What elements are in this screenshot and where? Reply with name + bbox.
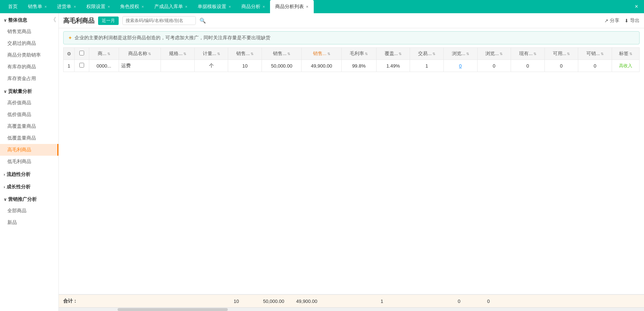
table-row: 1 0000... 运费 个 10 50,000.00 49,900.00 99… xyxy=(64,60,640,72)
column-gross-margin[interactable]: 毛利率⇅ xyxy=(341,48,376,60)
scrollbar-thumb[interactable] xyxy=(118,308,228,311)
cell-unit: 个 xyxy=(194,60,228,72)
column-trade[interactable]: 交易...⇅ xyxy=(410,48,444,60)
column-tag[interactable]: 标签⇅ xyxy=(612,48,639,60)
column-browse1[interactable]: 浏览...⇅ xyxy=(443,48,477,60)
row-checkbox[interactable] xyxy=(79,63,84,68)
horizontal-scrollbar[interactable] xyxy=(59,307,644,311)
footer-sales-amount: 50,000.00 xyxy=(263,299,296,304)
footer-sales-count: 10 xyxy=(234,299,263,304)
period-filter-button[interactable]: 近一月 xyxy=(98,17,119,25)
export-icon: ⬇ xyxy=(625,18,629,23)
nav-role-auth[interactable]: 角色授权 × xyxy=(115,0,149,13)
sidebar-group-growth[interactable]: › 成长性分析 xyxy=(0,180,58,192)
chevron-down-icon: ∨ xyxy=(4,89,7,94)
sidebar-item-low-value[interactable]: 低价值商品 xyxy=(0,109,58,120)
sidebar-item-sales-overview[interactable]: 销售览商品 xyxy=(0,26,58,37)
column-sales-amount[interactable]: 销售...⇅ xyxy=(262,48,302,60)
footer-label: 合计： xyxy=(63,298,93,304)
close-icon[interactable]: × xyxy=(141,4,144,9)
product-table-wrapper: ⚙ 商...⇅ 商品名称⇅ 规格...⇅ 计量...⇅ 销售...⇅ 销售...… xyxy=(59,47,644,294)
nav-product-inbound[interactable]: 产成品入库单 × xyxy=(149,0,193,13)
cell-index: 1 xyxy=(64,60,75,72)
column-coverage[interactable]: 覆盖...⇅ xyxy=(376,48,410,60)
sidebar-item-high-value[interactable]: 高价值商品 xyxy=(0,97,58,109)
cell-tag: 高收入 xyxy=(612,60,639,72)
column-sales-count[interactable]: 销售...⇅ xyxy=(228,48,262,60)
column-name[interactable]: 商品名称⇅ xyxy=(119,48,161,60)
close-all-tabs-button[interactable]: × xyxy=(632,3,641,10)
share-icon: ↗ xyxy=(604,18,608,23)
nav-product-analysis[interactable]: 商品分析 × xyxy=(236,0,270,13)
share-button[interactable]: ↗ 分享 xyxy=(604,17,619,24)
cell-current-stock: 0 xyxy=(511,60,545,72)
info-icon: ✦ xyxy=(68,35,72,41)
column-settings[interactable]: ⚙ xyxy=(64,48,75,60)
cell-sales-amount: 50,000.00 xyxy=(262,60,302,72)
close-icon[interactable]: × xyxy=(108,4,110,9)
search-input[interactable] xyxy=(122,16,196,25)
nav-home[interactable]: 首页 xyxy=(3,0,23,13)
column-current-stock[interactable]: 现有...⇅ xyxy=(511,48,545,60)
sidebar-item-high-margin[interactable]: 高毛利商品 xyxy=(0,144,58,156)
nav-template-settings[interactable]: 单据模板设置 × xyxy=(193,0,236,13)
sidebar-item-category-sales-rate[interactable]: 商品分类助销率 xyxy=(0,49,58,61)
header-actions: ↗ 分享 ⬇ 导出 xyxy=(604,17,640,24)
cell-checkbox[interactable] xyxy=(75,60,89,72)
chevron-right-icon: › xyxy=(4,185,5,189)
sidebar-item-all-goods[interactable]: 全部商品 xyxy=(0,205,58,217)
chevron-down-icon: ∨ xyxy=(4,18,7,23)
cell-trade: 1 xyxy=(410,60,444,72)
nav-sales-order[interactable]: 销售单 × xyxy=(23,0,52,13)
cell-code: 0000... xyxy=(89,60,119,72)
nav-permission-settings[interactable]: 权限设置 × xyxy=(81,0,115,13)
select-all-checkbox[interactable] xyxy=(79,51,84,55)
sidebar-item-high-coverage[interactable]: 高覆盖量商品 xyxy=(0,120,58,132)
info-banner: ✦ 企业的主要的利润都是这部分商品创造的，可考虑加大推广，同时关注库存量是不要出… xyxy=(63,31,640,44)
cell-browse1[interactable]: 0 xyxy=(443,60,477,72)
column-saleable[interactable]: 可销...⇅ xyxy=(578,48,612,60)
close-icon[interactable]: × xyxy=(73,4,76,9)
nav-product-analysis-list[interactable]: 商品分析列表 × xyxy=(270,0,313,13)
cell-sales-profit: 49,900.00 xyxy=(302,60,341,72)
column-browse2[interactable]: 浏览...⇅ xyxy=(477,48,511,60)
sidebar-group-overall-info[interactable]: ∨ 整体信息 xyxy=(0,13,58,26)
top-navigation: 首页 销售单 × 进货单 × 权限设置 × 角色授权 × 产成品入库单 × 单据… xyxy=(0,0,644,13)
sidebar-item-stock-capital[interactable]: 库存资金占用 xyxy=(0,73,58,84)
content-header: 高毛利商品 近一月 🔍 ↗ 分享 ⬇ 导出 xyxy=(59,13,644,28)
column-sales-profit[interactable]: 销售...⇅ xyxy=(302,48,341,60)
content-area: 高毛利商品 近一月 🔍 ↗ 分享 ⬇ 导出 ✦ 企业的主要的利润都是这部分商品创… xyxy=(59,13,644,311)
close-icon[interactable]: × xyxy=(306,4,308,9)
sidebar-item-low-margin[interactable]: 低毛利商品 xyxy=(0,156,58,167)
sidebar-group-marketing[interactable]: ∨ 营销推广分析 xyxy=(0,192,58,205)
column-code[interactable]: 商...⇅ xyxy=(89,48,119,60)
sidebar-item-in-stock-goods[interactable]: 有库存的商品 xyxy=(0,61,58,73)
cell-available: 0 xyxy=(544,60,578,72)
column-available[interactable]: 可用...⇅ xyxy=(544,48,578,60)
export-button[interactable]: ⬇ 导出 xyxy=(625,17,640,24)
close-icon[interactable]: × xyxy=(44,4,47,9)
table-header-row: ⚙ 商...⇅ 商品名称⇅ 规格...⇅ 计量...⇅ 销售...⇅ 销售...… xyxy=(64,48,640,60)
close-icon[interactable]: × xyxy=(229,4,231,9)
column-spec[interactable]: 规格...⇅ xyxy=(161,48,195,60)
table-footer: 合计： 10 50,000.00 49,900.00 1 0 0 xyxy=(59,294,644,307)
column-unit[interactable]: 计量...⇅ xyxy=(194,48,228,60)
sidebar-collapse-button[interactable]: 《 xyxy=(50,16,56,24)
search-icon[interactable]: 🔍 xyxy=(199,18,206,23)
sidebar-group-trend[interactable]: › 流趋性分析 xyxy=(0,167,58,180)
sidebar-item-new-goods[interactable]: 新品 xyxy=(0,217,58,228)
sidebar-item-traded-goods[interactable]: 交易过的商品 xyxy=(0,37,58,49)
cell-browse2: 0 xyxy=(477,60,511,72)
sidebar-item-low-coverage[interactable]: 低覆盖量商品 xyxy=(0,132,58,144)
close-icon[interactable]: × xyxy=(263,4,265,9)
cell-name: 运费 xyxy=(119,60,161,72)
footer-available: 0 xyxy=(487,299,517,304)
product-table: ⚙ 商...⇅ 商品名称⇅ 规格...⇅ 计量...⇅ 销售...⇅ 销售...… xyxy=(63,47,640,72)
close-icon[interactable]: × xyxy=(185,4,187,9)
footer-current-stock: 0 xyxy=(458,299,487,304)
cell-saleable: 0 xyxy=(578,60,612,72)
nav-purchase-order[interactable]: 进货单 × xyxy=(52,0,81,13)
sidebar-group-contribution[interactable]: ∨ 贡献量分析 xyxy=(0,84,58,97)
column-checkbox[interactable] xyxy=(75,48,89,60)
sidebar: 《 ∨ 整体信息 销售览商品 交易过的商品 商品分类助销率 有库存的商品 库存资… xyxy=(0,13,59,311)
